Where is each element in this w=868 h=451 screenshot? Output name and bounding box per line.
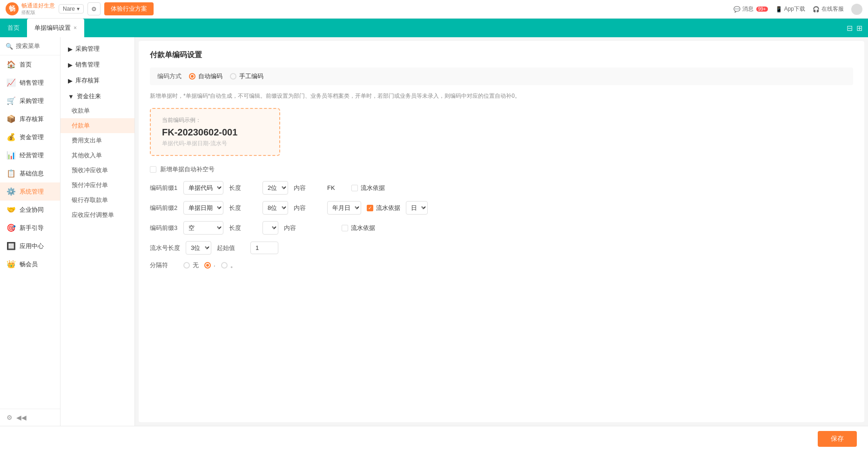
tab-document-coding[interactable]: 单据编码设置 × — [27, 19, 84, 37]
sep-dot2-radio-dot — [221, 262, 228, 269]
sidebar-item-system[interactable]: ⚙️ 系统管理 — [0, 182, 60, 201]
auto-code-radio[interactable]: 自动编码 — [189, 72, 222, 81]
date-unit-select-wrapper: 日 月 年 — [406, 201, 428, 215]
main-layout: 🔍 搜索菜单 🏠 首页 📈 销售管理 🛒 采购管理 📦 库存核算 💰 — [0, 37, 868, 426]
search-icon: 🔍 — [6, 43, 13, 50]
content2-select-wrapper: 年月日 年月 年 — [327, 201, 361, 215]
finance-icon: 💰 — [7, 133, 16, 141]
separator-row: 分隔符 无 · 。 — [150, 261, 853, 269]
collapse-icon[interactable]: ◀◀ — [16, 414, 27, 421]
online-service-button[interactable]: 🎧 在线客服 — [813, 5, 844, 13]
top-bar-controls: Nare ▾ ⚙ 体验行业方案 — [59, 2, 154, 15]
sidebar-item-finance[interactable]: 💰 资金管理 — [0, 128, 60, 146]
tab-close-icon[interactable]: × — [74, 25, 77, 31]
prefix-row-2: 编码前缀2 单据代码 单据日期 空 长度 2位 4位 8位 内容 — [150, 201, 853, 215]
sub-item-receipt[interactable]: 收款单 — [61, 103, 135, 118]
sub-group-sales-title[interactable]: ▶ 销售管理 — [61, 58, 135, 72]
length2-select[interactable]: 2位 4位 8位 — [262, 201, 288, 215]
serial-length-row: 流水号长度 2位 3位 4位 起始值 — [150, 241, 853, 255]
sub-item-other-income[interactable]: 其他收入单 — [61, 148, 135, 163]
sep-dot1-label: · — [214, 262, 215, 269]
prefix1-select-wrapper: 单据代码 单据日期 空 — [183, 181, 223, 195]
manual-code-radio-dot — [230, 73, 236, 80]
sidebar-item-home[interactable]: 🏠 首页 — [0, 55, 60, 74]
sidebar-member-label: 畅会员 — [20, 260, 38, 269]
sub-item-payment[interactable]: 付款单 — [61, 118, 135, 133]
sidebar-finance-label: 资金管理 — [20, 133, 44, 141]
sidebar-item-inventory[interactable]: 📦 库存核算 — [0, 110, 60, 128]
chevron-right-icon2: ▶ — [68, 61, 73, 68]
sep-dot1-radio[interactable]: · — [204, 262, 215, 269]
sidebar-enterprise-label: 企业协同 — [20, 206, 44, 214]
prefix2-label: 编码前缀2 — [150, 204, 178, 212]
coding-method-label: 编码方式 — [157, 72, 182, 81]
sidebar-item-apps[interactable]: 🔲 应用中心 — [0, 237, 60, 255]
start-value-input[interactable] — [250, 242, 278, 254]
save-button[interactable]: 保存 — [818, 431, 857, 447]
sidebar-sales-label: 销售管理 — [20, 79, 44, 87]
auto-fill-checkbox[interactable] — [150, 166, 156, 173]
sidebar-home-label: 首页 — [20, 61, 32, 69]
sub-group-inventory-title[interactable]: ▶ 库存核算 — [61, 74, 135, 88]
sidebar-footer: ⚙ ◀◀ — [0, 409, 60, 426]
sub-item-prepay-offset[interactable]: 预收冲应收单 — [61, 163, 135, 178]
length1-select[interactable]: 2位 4位 6位 — [262, 181, 288, 195]
sidebar-item-member[interactable]: 👑 畅会员 — [0, 255, 60, 273]
sub-group-purchase-label: 采购管理 — [75, 45, 100, 53]
sub-item-expense[interactable]: 费用支出单 — [61, 133, 135, 148]
sidebar-item-enterprise[interactable]: 🤝 企业协同 — [0, 201, 60, 219]
length2-select-wrapper: 2位 4位 8位 — [262, 201, 288, 215]
message-badge: 99+ — [756, 7, 768, 12]
sidebar-purchase-label: 采购管理 — [20, 97, 44, 105]
coding-method-row: 编码方式 自动编码 手工编码 — [150, 67, 853, 85]
sidebar-search[interactable]: 🔍 搜索菜单 — [0, 37, 60, 55]
settings-gear-button[interactable]: ⚙ — [87, 2, 101, 15]
sidebar-item-guide[interactable]: 🎯 新手引导 — [0, 219, 60, 237]
auto-fill-label: 新增单据自动补空号 — [160, 165, 215, 174]
minimize-icon[interactable]: ⊟ — [847, 24, 853, 33]
date-unit-select[interactable]: 日 月 年 — [406, 201, 428, 215]
user-avatar[interactable] — [851, 4, 862, 15]
sub-item-advance-offset[interactable]: 预付冲应付单 — [61, 178, 135, 193]
settings-footer-icon[interactable]: ⚙ — [7, 414, 13, 421]
manual-code-radio[interactable]: 手工编码 — [230, 72, 263, 81]
serial2-checkbox[interactable] — [367, 205, 373, 211]
serial3-checkbox[interactable] — [342, 225, 348, 231]
maximize-icon[interactable]: ⊞ — [856, 24, 862, 33]
company-dropdown[interactable]: Nare ▾ — [59, 4, 84, 13]
chevron-down-icon: ▾ — [77, 6, 80, 12]
sub-item-adjustment[interactable]: 应收应付调整单 — [61, 208, 135, 222]
prefix-row-3: 编码前缀3 单据代码 单据日期 空 长度 内容 — [150, 221, 853, 235]
serial-length-select-wrapper: 2位 3位 4位 — [186, 241, 211, 255]
preview-label: 当前编码示例： — [162, 116, 268, 124]
length3-select[interactable] — [262, 221, 278, 235]
content2-select[interactable]: 年月日 年月 年 — [327, 201, 361, 215]
tab-home[interactable]: 首页 — [0, 19, 27, 37]
serial-length-select[interactable]: 2位 3位 4位 — [186, 241, 211, 255]
chevron-right-icon3: ▶ — [68, 77, 73, 84]
sub-item-bank[interactable]: 银行存取款单 — [61, 193, 135, 208]
prefix-row-1: 编码前缀1 单据代码 单据日期 空 长度 2位 4位 6位 内容 — [150, 181, 853, 195]
message-button[interactable]: 💬 消息 99+ — [733, 5, 768, 13]
sidebar-item-purchase[interactable]: 🛒 采购管理 — [0, 92, 60, 110]
serial3-label: 流水依据 — [351, 224, 375, 232]
length1-label: 长度 — [229, 184, 257, 192]
app-download-button[interactable]: 📱 App下载 — [775, 5, 805, 13]
prefix3-select[interactable]: 单据代码 单据日期 空 — [183, 221, 223, 235]
sub-group-purchase-title[interactable]: ▶ 采购管理 — [61, 42, 135, 56]
prefix1-select[interactable]: 单据代码 单据日期 空 — [183, 181, 223, 195]
trial-button[interactable]: 体验行业方案 — [104, 2, 154, 15]
start-value-label: 起始值 — [217, 244, 245, 252]
sidebar-item-basics[interactable]: 📋 基础信息 — [0, 164, 60, 182]
inventory-icon: 📦 — [7, 114, 16, 123]
serial1-checkbox[interactable] — [351, 185, 358, 191]
prefix2-select[interactable]: 单据代码 单据日期 空 — [183, 201, 223, 215]
service-label: 在线客服 — [821, 5, 844, 13]
sidebar-item-operations[interactable]: 📊 经营管理 — [0, 146, 60, 164]
sidebar-item-sales[interactable]: 📈 销售管理 — [0, 74, 60, 92]
sep-none-radio[interactable]: 无 — [183, 261, 199, 269]
sub-group-capital-title[interactable]: ▼ 资金往来 — [61, 89, 135, 103]
prefix3-select-wrapper: 单据代码 单据日期 空 — [183, 221, 223, 235]
sep-dot2-radio[interactable]: 。 — [221, 261, 236, 269]
sub-group-capital: ▼ 资金往来 收款单 付款单 费用支出单 其他收入单 预收冲应收单 预付冲应付单… — [61, 89, 135, 222]
